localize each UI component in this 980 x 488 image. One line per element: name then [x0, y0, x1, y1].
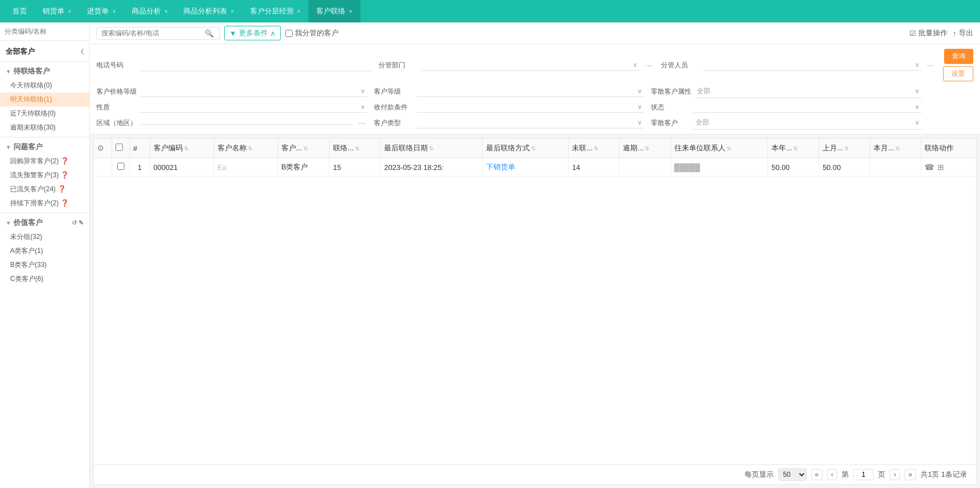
col-this-year-header[interactable]: 本年...⇅	[768, 139, 819, 158]
row-checkbox[interactable]	[117, 163, 124, 170]
sidebar-abnormal-repurchase[interactable]: 回购异常客户(2) ❓	[0, 154, 89, 168]
filter-grade-select[interactable]: ∨	[417, 86, 645, 97]
toolbar-search-icon[interactable]: 🔍	[205, 29, 214, 38]
sidebar-ungrouped[interactable]: 未分组(32)	[0, 230, 89, 244]
sidebar-class-a[interactable]: A类客户(1)	[0, 244, 89, 258]
close-customer-segmentation-icon[interactable]: ×	[297, 8, 301, 15]
filter-icon: ▼	[229, 29, 237, 38]
all-customers-label: 全部客户	[6, 47, 35, 57]
filter-person-more-icon[interactable]: ···	[925, 61, 936, 70]
nav-purchase-order[interactable]: 进货单 ×	[79, 0, 123, 22]
sidebar-class-b[interactable]: B类客户(33)	[0, 258, 89, 272]
total-records: 共1页 1条记录	[921, 469, 967, 480]
sidebar-search-input[interactable]	[4, 27, 89, 35]
nav-customer-segmentation[interactable]: 客户分层经营 ×	[242, 0, 308, 22]
col-last-contact-date-header[interactable]: 最后联络日期⇅	[381, 139, 483, 158]
sidebar-tomorrow-contact[interactable]: 明天待联络(1)	[0, 93, 89, 107]
sidebar-declining[interactable]: 持续下滑客户(2) ❓	[0, 196, 89, 210]
sidebar-overdue-contact[interactable]: 逾期未联络(30)	[0, 121, 89, 135]
close-purchase-order-icon[interactable]: ×	[112, 8, 115, 15]
table-scroll[interactable]: ⚙ # 客户编码⇅ 客户名称⇅ 客户...⇅ 联络...⇅ 最后联络日期⇅ 最后…	[94, 139, 976, 464]
col-this-month-header[interactable]: 本月...⇅	[870, 139, 921, 158]
filter-status-select[interactable]: ∨	[694, 102, 922, 113]
filter-phone-input[interactable]	[139, 59, 372, 71]
settings-button[interactable]: 设置	[943, 66, 973, 81]
col-check-header[interactable]	[112, 139, 130, 158]
close-product-analysis-list-icon[interactable]: ×	[230, 8, 234, 15]
col-not-contacted-header[interactable]: 未联...⇅	[568, 139, 620, 158]
page-number-input[interactable]	[853, 469, 873, 480]
sort-this-year-icon: ⇅	[793, 145, 798, 151]
filter-customer-type-chevron-icon: ∨	[637, 119, 642, 126]
col-gear-header[interactable]: ⚙	[94, 139, 112, 158]
select-all-checkbox[interactable]	[115, 144, 123, 151]
last-page-button[interactable]: »	[904, 469, 916, 480]
sort-overdue-icon: ⇅	[645, 145, 649, 151]
col-contacts-header[interactable]: 往来单位联系人⇅	[671, 139, 768, 158]
filter-nature-chevron-icon: ∨	[360, 103, 365, 111]
page-size-select[interactable]: 50 100 200	[778, 468, 807, 481]
section-pending-contact[interactable]: ▼ 待联络客户	[0, 64, 89, 79]
nav-customer-contact[interactable]: 客户联络 ×	[308, 0, 360, 22]
divider-1	[0, 61, 89, 62]
prev-page-button[interactable]: ‹	[827, 469, 837, 480]
col-customer-type-header[interactable]: 客户...⇅	[278, 139, 329, 158]
filter-payment-select[interactable]: ∨	[417, 102, 645, 113]
filter-price-select[interactable]: ∨	[140, 86, 367, 97]
batch-operation-button[interactable]: ☑ 批量操作	[909, 28, 947, 38]
row-check[interactable]	[112, 158, 130, 177]
section-value-customers[interactable]: ▼ 价值客户 ↺ ✎	[0, 215, 89, 230]
sidebar-class-c[interactable]: C类客户(6)	[0, 272, 89, 286]
export-button[interactable]: ↑ 导出	[953, 28, 974, 38]
my-customers-checkbox-area[interactable]: 我分管的客户	[285, 28, 339, 38]
nav-home[interactable]: 首页	[4, 0, 35, 22]
col-overdue-header[interactable]: 逾期...⇅	[620, 139, 671, 158]
gear-settings-icon[interactable]: ⚙	[97, 144, 104, 153]
col-last-month-header[interactable]: 上月...⇅	[819, 139, 870, 158]
sidebar-churn-warning[interactable]: 流失预警客户(3) ❓	[0, 168, 89, 182]
nav-product-analysis-list[interactable]: 商品分析列表 ×	[175, 0, 242, 22]
first-page-button[interactable]: «	[811, 469, 823, 480]
filter-dept-more-icon[interactable]: ···	[643, 61, 654, 70]
col-contact-header[interactable]: 联络...⇅	[330, 139, 381, 158]
filter-status-chevron-icon: ∨	[915, 103, 919, 111]
row-contacts: █████	[671, 158, 768, 177]
filter-person-select[interactable]: ∨	[704, 59, 922, 71]
all-customers-header[interactable]: 全部客户 《	[0, 44, 89, 59]
close-product-analysis-icon[interactable]: ×	[164, 8, 168, 15]
col-customer-code-header[interactable]: 客户编码⇅	[150, 139, 214, 158]
filter-payment-label: 收付款条件	[374, 103, 413, 112]
filter-scatter-select[interactable]: 全部 ∨	[694, 116, 922, 130]
action-phone-icon[interactable]: ☎	[924, 163, 934, 172]
filter-dept-select[interactable]: ∨	[421, 59, 640, 71]
action-qr-icon[interactable]: ⊞	[937, 163, 944, 172]
my-customers-checkbox[interactable]	[285, 30, 293, 37]
sidebar-today-contact[interactable]: 今天待联络(0)	[0, 79, 89, 93]
col-last-contact-method-header[interactable]: 最后联络方式⇅	[482, 139, 568, 158]
sort-method-icon: ⇅	[531, 145, 535, 151]
filter-region-more-icon[interactable]: ···	[356, 118, 367, 127]
toolbar-search-input[interactable]	[101, 29, 202, 37]
close-customer-contact-icon[interactable]: ×	[349, 8, 352, 15]
table-area: ⚙ # 客户编码⇅ 客户名称⇅ 客户...⇅ 联络...⇅ 最后联络日期⇅ 最后…	[93, 138, 977, 485]
next-page-button[interactable]: ›	[890, 469, 900, 480]
row-action: ☎ ⊞	[921, 158, 976, 177]
nav-sales-order[interactable]: 销货单 ×	[35, 0, 79, 22]
sort-code-icon: ⇅	[184, 145, 188, 151]
col-customer-name-header[interactable]: 客户名称⇅	[214, 139, 278, 158]
filter-region-select[interactable]	[140, 121, 353, 125]
row-contact-count: 15	[330, 158, 381, 177]
nav-product-analysis[interactable]: 商品分析 ×	[124, 0, 175, 22]
close-sales-order-icon[interactable]: ×	[68, 8, 71, 15]
query-button[interactable]: 查询	[944, 49, 973, 64]
filter-customer-type-select[interactable]: ∨	[417, 117, 645, 128]
filter-status-label: 状态	[651, 103, 690, 112]
sidebar-churned[interactable]: 已流失客户(24) ❓	[0, 182, 89, 196]
section-problem-customers[interactable]: ▼ 问题客户	[0, 140, 89, 154]
filter-scatter-attr-select[interactable]: 全部 ∨	[695, 85, 922, 98]
sidebar-7day-contact[interactable]: 近7天待联络(0)	[0, 107, 89, 121]
value-customers-actions[interactable]: ↺ ✎	[72, 219, 84, 227]
more-filters-button[interactable]: ▼ 更多条件 ∧	[224, 26, 281, 40]
filter-nature-select[interactable]: ∨	[139, 102, 367, 113]
last-contact-link[interactable]: 下销货单	[486, 163, 515, 171]
